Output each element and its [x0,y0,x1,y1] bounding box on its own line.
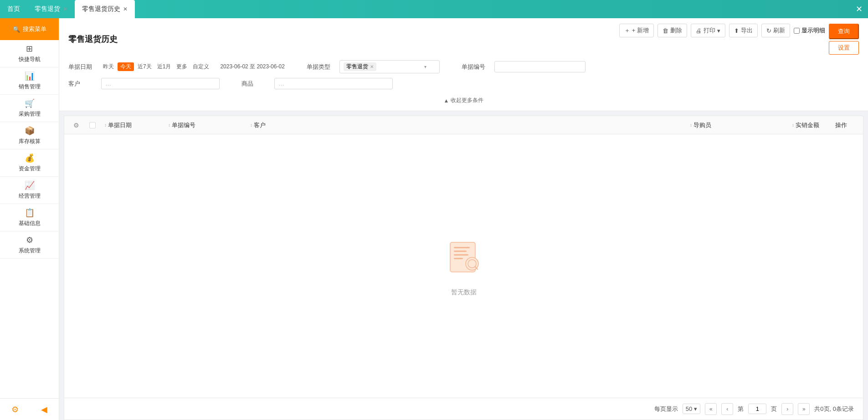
export-icon: ⬆ [734,27,739,34]
col-header-num[interactable]: ↕ 单据编号 [164,121,247,129]
tab-list: 首页 零售退货 ✕ 零售退货历史 ✕ [0,0,850,18]
doc-num-input[interactable] [494,61,586,72]
collapse-row: ▲ 收起更多条件 [68,94,859,111]
sidebar: 🔍 搜索菜单 ⊞ 快捷导航 📊 销售管理 🛒 采购管理 📦 库存核算 💰 [0,18,59,420]
next-page-icon: › [786,406,788,412]
sidebar-item-quick-nav[interactable]: ⊞ 快捷导航 [0,40,59,67]
sidebar-item-finance-mgmt[interactable]: 💰 资金管理 [0,149,59,177]
date-opt-custom[interactable]: 自定义 [191,62,211,71]
sidebar-item-sales-mgmt[interactable]: 📊 销售管理 [0,67,59,95]
total-info: 共0页, 0条记录 [814,405,854,413]
goods-filter-select[interactable]: … [274,78,393,89]
page-title: 零售退货历史 [68,34,118,45]
delete-icon: 🗑 [663,27,668,34]
page-title-row: 零售退货历史 ＋ + 新增 🗑 删除 🖨 打印 [68,24,859,55]
sort-guide-icon: ↕ [690,123,692,128]
date-opt-7days[interactable]: 近7天 [136,62,154,71]
select-all-checkbox[interactable] [89,122,96,128]
main-layout: 🔍 搜索菜单 ⊞ 快捷导航 📊 销售管理 🛒 采购管理 📦 库存核算 💰 [0,18,868,420]
table-header: ⚙ ↕ 单据日期 ↕ 单据编号 ↕ 客户 ↕ 导购员 [64,116,863,134]
sidebar-item-base-info[interactable]: 📋 基础信息 [0,204,59,231]
inventory-icon: 📦 [25,126,35,136]
svg-rect-1 [454,247,470,248]
filter-area: 单据日期 昨天 今天 近7天 近1月 更多 自定义 2023-06-02 至 2… [68,60,859,111]
base-info-icon: 📋 [25,208,35,218]
sidebar-item-finance-label: 资金管理 [19,165,41,173]
col-num-label: 单据编号 [172,121,195,129]
tab-retail-return-history-close[interactable]: ✕ [123,6,128,12]
sidebar-item-inventory-label: 库存核算 [19,138,41,145]
svg-rect-3 [454,254,468,256]
tab-retail-return-close[interactable]: ✕ [63,6,67,12]
sort-customer-icon: ↕ [250,123,252,128]
sidebar-bottom: ⚙ ◀ [0,398,59,420]
page-header: 零售退货历史 ＋ + 新增 🗑 删除 🖨 打印 [59,18,868,111]
delete-button[interactable]: 🗑 删除 [657,24,687,37]
show-detail-checkbox[interactable] [794,28,800,34]
prev-page-button[interactable]: ‹ [721,403,733,415]
search-icon: 🔍 [13,26,20,33]
page-size-select[interactable]: 50 ▾ [683,404,700,414]
type-tag-close[interactable]: ✕ [370,64,374,69]
svg-rect-2 [454,251,467,252]
refresh-button[interactable]: ↻ 刷新 [761,24,790,37]
filter-row-2: 客户 … 商品 … [68,78,859,89]
col-guide-label: 导购员 [693,121,711,129]
finance-icon: 💰 [25,153,35,163]
tab-retail-return-history-label: 零售退货历史 [82,5,120,13]
collapse-button[interactable]: ▲ 收起更多条件 [440,95,488,106]
print-button[interactable]: 🖨 打印 ▾ [691,24,725,37]
collapse-up-icon: ▲ [444,97,449,104]
sidebar-item-sys-label: 系统管理 [19,247,41,255]
show-detail-label: 显示明细 [801,26,825,35]
quick-nav-icon: ⊞ [26,44,33,54]
next-page-button[interactable]: › [781,403,793,415]
sidebar-search[interactable]: 🔍 搜索菜单 [0,18,59,40]
tab-home-label: 首页 [7,5,20,13]
col-header-guide[interactable]: ↕ 导购员 [686,121,755,129]
window-close-button[interactable]: ✕ [850,0,868,18]
export-button[interactable]: ⬆ 导出 [729,24,758,37]
sys-icon: ⚙ [26,235,33,245]
print-arrow-icon: ▾ [717,27,720,34]
first-page-button[interactable]: « [705,403,717,415]
tab-retail-return-label: 零售退货 [35,5,60,13]
col-header-date[interactable]: ↕ 单据日期 [101,121,164,129]
page-number-input[interactable] [748,404,766,414]
col-customer-label: 客户 [254,121,266,129]
col-header-customer[interactable]: ↕ 客户 [247,121,686,129]
last-page-button[interactable]: » [798,403,810,415]
table-wrapper: ⚙ ↕ 单据日期 ↕ 单据编号 ↕ 客户 ↕ 导购员 [64,116,863,420]
query-button[interactable]: 查询 [829,24,859,39]
sales-icon: 📊 [25,71,35,81]
date-opt-1month[interactable]: 近1月 [155,62,173,71]
goods-filter-label: 商品 [241,80,267,88]
table-select-all[interactable] [84,122,101,128]
customer-filter-select[interactable]: … [101,78,220,89]
page-input-prefix: 第 [738,405,744,413]
page-size-arrow: ▾ [694,405,697,412]
date-opt-more[interactable]: 更多 [175,62,189,71]
tab-retail-return[interactable]: 零售退货 ✕ [27,0,75,18]
date-opt-today[interactable]: 今天 [118,62,134,71]
col-header-amount[interactable]: ↕ 实销金额 [755,121,823,129]
sidebar-item-ops-mgmt[interactable]: 📈 经营管理 [0,177,59,204]
table-settings-icon[interactable]: ⚙ [68,122,84,129]
date-opt-yesterday[interactable]: 昨天 [101,62,116,71]
new-button[interactable]: ＋ + 新增 [619,24,654,37]
sidebar-collapse-button[interactable]: ◀ [41,405,47,415]
tab-home[interactable]: 首页 [0,0,27,18]
sidebar-item-purchase-mgmt[interactable]: 🛒 采购管理 [0,95,59,122]
sidebar-settings-button[interactable]: ⚙ [11,405,19,415]
export-label: 导出 [741,26,753,35]
sidebar-item-sys-mgmt[interactable]: ⚙ 系统管理 [0,231,59,259]
sidebar-search-label: 搜索菜单 [23,25,46,33]
customer-filter-label: 客户 [68,80,94,88]
sort-amount-icon: ↕ [792,123,794,128]
type-filter-select[interactable]: 零售退货 ✕ ▾ [339,60,440,73]
tab-retail-return-history[interactable]: 零售退货历史 ✕ [75,0,135,18]
sidebar-item-base-label: 基础信息 [19,220,41,227]
show-detail-checkbox-label[interactable]: 显示明细 [794,26,825,35]
sidebar-item-inventory[interactable]: 📦 库存核算 [0,122,59,149]
setting-button[interactable]: 设置 [829,41,859,55]
